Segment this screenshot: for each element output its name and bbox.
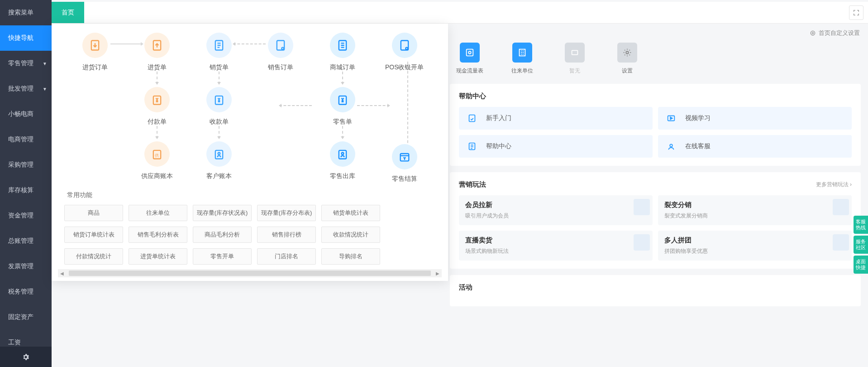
fn-btn-3[interactable]: 现存量(库存分布表) <box>257 205 316 221</box>
node-payment[interactable]: 付款单 <box>126 80 188 126</box>
quick-empty[interactable]: 暂无 <box>558 43 592 75</box>
market-card-1[interactable]: 裂变分销裂变式发展分销商 <box>658 195 852 225</box>
sidebar-tax[interactable]: 税务管理 <box>0 279 52 304</box>
fn-btn-1[interactable]: 往来单位 <box>129 205 187 221</box>
market-card-2[interactable]: 直播卖货场景式购物新玩法 <box>459 231 653 261</box>
fn-btn-12[interactable]: 零售开单 <box>193 248 252 265</box>
node-retail-bill[interactable]: 零售单 <box>312 80 374 126</box>
sidebar-search[interactable]: 搜索菜单 <box>0 0 52 25</box>
sidebar-funds[interactable]: 资金管理 <box>0 203 52 228</box>
fn-btn-11[interactable]: 进货单统计表 <box>129 248 187 265</box>
activity-title: 活动 <box>459 283 472 292</box>
sidebar-retail[interactable]: 零售管理▼ <box>0 51 52 76</box>
company-icon <box>512 43 532 63</box>
sidebar-assets[interactable]: 固定资产 <box>0 304 52 330</box>
scroll-left-icon[interactable]: ◀ <box>58 269 66 277</box>
float-community[interactable]: 服务社区 <box>854 236 868 254</box>
decor-icon <box>634 199 650 215</box>
help-card-0[interactable]: 新手入门 <box>459 107 653 130</box>
flyout-scrollbar[interactable]: ◀ ▶ <box>58 269 442 277</box>
node-customer-ledger[interactable]: 客户账本 <box>188 134 250 180</box>
help-title: 帮助中心 <box>459 92 486 101</box>
node-purchase-bill[interactable]: 进货单 <box>126 33 188 72</box>
cash-icon <box>460 43 480 63</box>
market-card-0[interactable]: 会员拉新吸引用户成为会员 <box>459 195 653 225</box>
float-hotline[interactable]: 客服热线 <box>854 216 868 234</box>
help-card-1[interactable]: 视频学习 <box>658 107 852 130</box>
help-panel: 帮助中心 新手入门视频学习帮助中心在线客服 <box>450 84 861 166</box>
fn-btn-10[interactable]: 付款情况统计 <box>64 248 123 265</box>
activity-panel: 活动 <box>450 275 861 306</box>
sidebar-xiaochang[interactable]: 小畅电商 <box>0 101 52 127</box>
node-sales-order[interactable]: 销售订单 <box>250 33 312 72</box>
svg-text:供: 供 <box>155 153 159 158</box>
fn-btn-13[interactable]: 门店排名 <box>257 248 316 265</box>
arrow-icon <box>357 105 390 106</box>
help-icon <box>664 111 678 125</box>
tab-home[interactable]: 首页 <box>52 2 84 23</box>
svg-rect-3 <box>277 41 284 50</box>
node-pos-bill[interactable]: POS收银开单 <box>373 33 435 72</box>
node-retail-out[interactable]: 零售出库 <box>312 134 374 180</box>
help-card-3[interactable]: 在线客服 <box>658 135 852 158</box>
fn-btn-8[interactable]: 销售排行榜 <box>257 227 316 243</box>
quick-company[interactable]: 往来单位 <box>505 43 539 75</box>
fn-btn-7[interactable]: 商品毛利分析 <box>193 227 252 243</box>
right-area: 首页自定义设置 现金流量表往来单位暂无设置 帮助中心 新手入门视频学习帮助中心在… <box>450 26 861 313</box>
svg-rect-22 <box>520 49 525 56</box>
help-card-2[interactable]: 帮助中心 <box>459 135 653 158</box>
quick-gear[interactable]: 设置 <box>610 43 644 75</box>
help-icon <box>664 140 678 153</box>
help-icon <box>465 140 479 153</box>
person-doc-icon <box>213 148 225 160</box>
arrow-icon <box>219 72 219 84</box>
marketing-more-link[interactable]: 更多营销玩法 › <box>816 181 852 188</box>
decor-icon <box>833 199 849 215</box>
node-purchase-order[interactable]: 进货订单 <box>64 33 126 72</box>
help-icon <box>465 111 479 125</box>
fn-btn-5[interactable]: 销货订单统计表 <box>64 227 123 243</box>
sidebar-invoice[interactable]: 发票管理 <box>0 254 52 279</box>
scroll-thumb[interactable] <box>69 270 431 276</box>
scroll-right-icon[interactable]: ▶ <box>434 269 442 277</box>
fn-btn-2[interactable]: 现存量(库存状况表) <box>193 205 252 221</box>
svg-point-24 <box>626 51 629 54</box>
doc-lock-icon <box>274 39 287 52</box>
market-card-3[interactable]: 多人拼团拼团购物享受优惠 <box>658 231 852 261</box>
sidebar-ledger[interactable]: 总账管理 <box>0 228 52 254</box>
arrow-icon <box>157 72 157 84</box>
sidebar-wholesale[interactable]: 批发管理▼ <box>0 76 52 101</box>
sidebar-settings-button[interactable] <box>0 347 52 367</box>
sidebar-quicknav[interactable]: 快捷导航 <box>0 25 52 51</box>
marketing-panel: 营销玩法 更多营销玩法 › 会员拉新吸引用户成为会员裂变分销裂变式发展分销商直播… <box>450 172 861 269</box>
sidebar-purchase[interactable]: 采购管理 <box>0 152 52 178</box>
node-mall-order[interactable]: 商城订单 <box>312 33 374 72</box>
fn-btn-0[interactable]: 商品 <box>64 205 123 221</box>
node-sales-bill[interactable]: 销货单 <box>188 33 250 72</box>
supplier-icon: 供 <box>151 148 163 160</box>
svg-point-21 <box>468 51 471 54</box>
float-buttons: 客服热线 服务社区 桌面快捷 <box>854 216 868 275</box>
fn-btn-14[interactable]: 导购排名 <box>321 248 380 265</box>
svg-rect-23 <box>572 50 578 54</box>
customize-home-link[interactable]: 首页自定义设置 <box>450 26 861 43</box>
float-desktop[interactable]: 桌面快捷 <box>854 256 868 274</box>
node-receipt[interactable]: 收款单 <box>188 80 250 126</box>
doc-cash-icon <box>398 39 411 52</box>
sidebar-inventory[interactable]: 库存核算 <box>0 178 52 203</box>
person-doc-icon <box>336 148 349 160</box>
list-check-icon <box>213 39 225 52</box>
fn-btn-4[interactable]: 销货单统计表 <box>321 205 380 221</box>
quick-cash[interactable]: 现金流量表 <box>453 43 487 75</box>
fullscreen-button[interactable] <box>849 5 863 20</box>
common-functions-title: 常用功能 <box>67 191 435 199</box>
sidebar-ecommerce[interactable]: 电商管理 <box>0 127 52 152</box>
marketing-title: 营销玩法 <box>459 180 486 189</box>
fn-btn-6[interactable]: 销售毛利分析表 <box>129 227 187 243</box>
svg-point-4 <box>282 48 284 50</box>
node-retail-settle[interactable]: 零售结算 <box>373 134 435 183</box>
fn-btn-9[interactable]: 收款情况统计 <box>321 227 380 243</box>
quick-row: 现金流量表往来单位暂无设置 <box>450 43 861 75</box>
chevron-down-icon: ▼ <box>43 87 47 92</box>
node-supplier-ledger[interactable]: 供 供应商账本 <box>126 134 188 180</box>
